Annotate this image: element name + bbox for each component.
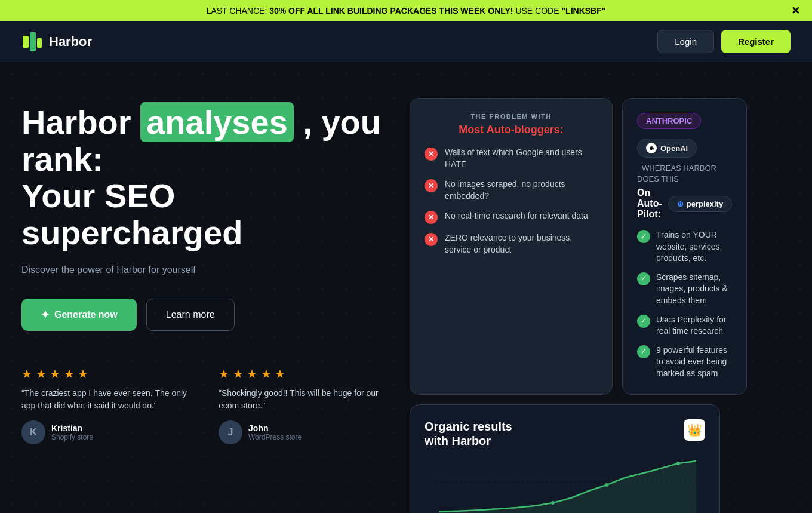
reviewer-store-2: WordPress store — [248, 433, 302, 441]
perplexity-badge: ⊕ perplexity — [668, 196, 732, 212]
openai-label: OpenAI — [660, 144, 688, 153]
avatar-2: J — [219, 420, 242, 444]
review-card-1: ★ ★ ★ ★ ★ "The craziest app I have ever … — [21, 367, 195, 444]
logo-icon — [21, 31, 43, 53]
reviewer-2: J John WordPress store — [219, 420, 392, 444]
check-icon-3: ✓ — [637, 315, 650, 328]
organic-title: Organic resultswith Harbor — [425, 419, 512, 448]
header-buttons: Login Register — [657, 30, 791, 53]
organic-chart — [425, 455, 705, 513]
x-icon-3: ✕ — [425, 211, 438, 224]
reviewer-name-1: Kristian — [51, 423, 93, 433]
headline-highlight: analyses — [140, 102, 294, 142]
problem-item-1: ✕ Walls of text which Google and users H… — [425, 147, 598, 170]
reviewer-1: K Kristian Shopify store — [21, 420, 195, 444]
logo-text: Harbor — [49, 34, 92, 50]
harbor-feature-3: ✓ Uses Perplexity for real time research — [637, 314, 732, 337]
top-panels: THE PROBLEM WITH Most Auto-bloggers: ✕ W… — [410, 98, 720, 395]
header: Harbor Login Register — [0, 21, 812, 62]
svg-point-7 — [551, 501, 555, 505]
reviewer-store-1: Shopify store — [51, 433, 93, 441]
sparkle-icon: ✦ — [41, 308, 50, 321]
check-icon-1: ✓ — [637, 230, 650, 243]
hero-subtitle: Discover the power of Harbor for yoursel… — [21, 263, 392, 277]
problem-card: THE PROBLEM WITH Most Auto-bloggers: ✕ W… — [410, 98, 613, 395]
organic-results-card: Organic resultswith Harbor 👑 — [410, 404, 720, 513]
learn-more-button[interactable]: Learn more — [146, 299, 235, 331]
whereas-text: WHEREAS HARBOR DOES THIS — [637, 164, 716, 183]
organic-card-header: Organic resultswith Harbor 👑 — [425, 419, 705, 448]
review-text-2: "Shockingly good!! This will be huge for… — [219, 387, 392, 412]
harbor-features-card: ANTHROPIC ⊕ OpenAI WHEREAS HARBOR DOES T… — [622, 98, 747, 395]
harbor-auto-line: On Auto-Pilot: ⊕ perplexity — [637, 188, 732, 220]
openai-icon: ⊕ — [646, 143, 657, 153]
main-section: Harbor analyses , you rank: Your SEO sup… — [0, 62, 812, 513]
register-button[interactable]: Register — [721, 30, 791, 53]
svg-rect-1 — [30, 32, 36, 51]
svg-point-9 — [676, 462, 680, 465]
harbor-feature-4: ✓ 9 powerful features to avoid ever bein… — [637, 345, 732, 380]
harbor-feature-2: ✓ Scrapes sitemap, images, products & em… — [637, 272, 732, 307]
svg-rect-2 — [37, 38, 42, 48]
problem-item-4: ✕ ZERO relevance to your business, servi… — [425, 232, 598, 256]
chart-area — [425, 455, 705, 513]
hero-section: Harbor analyses , you rank: Your SEO sup… — [21, 98, 392, 513]
check-icon-4: ✓ — [637, 345, 650, 358]
login-button[interactable]: Login — [657, 30, 714, 53]
crown-badge: 👑 — [684, 419, 705, 441]
x-icon-4: ✕ — [425, 233, 438, 246]
problem-item-2: ✕ No images scraped, no products embedde… — [425, 179, 598, 202]
review-card-2: ★ ★ ★ ★ ★ "Shockingly good!! This will b… — [219, 367, 392, 444]
auto-pilot-label: On Auto-Pilot: — [637, 188, 662, 220]
reviewer-info-1: Kristian Shopify store — [51, 423, 93, 441]
problem-title: Most Auto-bloggers: — [425, 124, 598, 136]
svg-rect-0 — [23, 36, 29, 48]
banner-text: LAST CHANCE: 30% OFF ALL LINK BUILDING P… — [207, 6, 606, 16]
reviews-section: ★ ★ ★ ★ ★ "The craziest app I have ever … — [21, 367, 392, 444]
main-content: Harbor analyses , you rank: Your SEO sup… — [21, 98, 791, 513]
x-icon-2: ✕ — [425, 179, 438, 192]
openai-badge: ⊕ OpenAI — [637, 139, 697, 158]
generate-now-button[interactable]: ✦ Generate now — [21, 299, 137, 331]
svg-point-8 — [605, 483, 608, 487]
check-icon-2: ✓ — [637, 272, 650, 285]
reviewer-name-2: John — [248, 423, 302, 433]
review-text-1: "The craziest app I have ever seen. The … — [21, 387, 195, 412]
harbor-features-list: ✓ Trains on YOUR website, services, prod… — [637, 229, 732, 380]
banner-close-button[interactable]: ✕ — [791, 4, 800, 17]
stars-1: ★ ★ ★ ★ ★ — [21, 367, 195, 381]
logo: Harbor — [21, 31, 92, 53]
x-icon-1: ✕ — [425, 148, 438, 161]
hero-buttons: ✦ Generate now Learn more — [21, 299, 392, 331]
problem-label: THE PROBLEM WITH — [425, 113, 598, 120]
anthropic-badge: ANTHROPIC — [637, 113, 701, 129]
avatar-1: K — [21, 420, 45, 444]
harbor-card-header: ANTHROPIC — [637, 113, 732, 129]
harbor-feature-1: ✓ Trains on YOUR website, services, prod… — [637, 229, 732, 265]
problem-item-3: ✕ No real-time research for relevant dat… — [425, 210, 598, 224]
announcement-banner: LAST CHANCE: 30% OFF ALL LINK BUILDING P… — [0, 0, 812, 21]
right-panels: THE PROBLEM WITH Most Auto-bloggers: ✕ W… — [410, 98, 720, 513]
stars-2: ★ ★ ★ ★ ★ — [219, 367, 392, 381]
problem-items: ✕ Walls of text which Google and users H… — [425, 147, 598, 256]
hero-headline: Harbor analyses , you rank: Your SEO sup… — [21, 104, 392, 251]
reviewer-info-2: John WordPress store — [248, 423, 302, 441]
